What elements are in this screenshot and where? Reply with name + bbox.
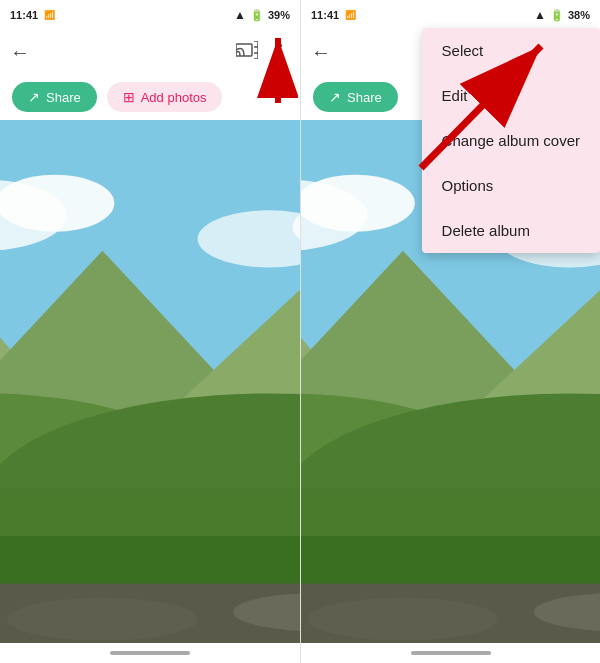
share-button-left[interactable]: ↗ Share	[12, 82, 97, 112]
share-icon-left: ↗	[28, 89, 40, 105]
cast-icon[interactable]	[236, 41, 258, 64]
back-button-right[interactable]: ←	[311, 41, 331, 64]
dropdown-edit[interactable]: Edit	[422, 73, 600, 118]
dropdown-select[interactable]: Select	[422, 28, 600, 73]
add-photos-button[interactable]: ⊞ Add photos	[107, 82, 223, 112]
status-bar-right: 11:41 📶 ▲ 🔋 38%	[301, 0, 600, 28]
svg-point-23	[7, 598, 197, 641]
signal-icons-right: 📶	[345, 10, 356, 20]
share-icon-right: ↗	[329, 89, 341, 105]
wifi-icon-left: ▲	[234, 8, 246, 22]
battery-icon-left: 🔋	[250, 9, 264, 22]
status-bar-left: 11:41 📶 ▲ 🔋 39%	[0, 0, 300, 28]
screens-container: 11:41 📶 ▲ 🔋 39% ←	[0, 0, 600, 663]
more-button-left[interactable]: ⋮	[270, 40, 290, 64]
battery-pct-right: 38%	[568, 9, 590, 21]
battery-icon-right: 🔋	[550, 9, 564, 22]
back-button-left[interactable]: ←	[10, 41, 30, 64]
add-photos-icon: ⊞	[123, 89, 135, 105]
battery-right: ▲ 🔋 38%	[534, 8, 590, 22]
dropdown-options[interactable]: Options	[422, 163, 600, 208]
battery-pct-left: 39%	[268, 9, 290, 21]
left-screen: 11:41 📶 ▲ 🔋 39% ←	[0, 0, 300, 663]
svg-point-7	[0, 175, 114, 232]
bottom-bar-left	[0, 643, 300, 663]
svg-point-43	[308, 598, 498, 641]
dropdown-menu: Select Edit Change album cover Options D…	[422, 28, 600, 253]
toolbar-actions-left: ⋮	[236, 40, 290, 64]
mountain-photo-left	[0, 120, 300, 643]
svg-point-27	[301, 175, 415, 232]
dropdown-delete-album[interactable]: Delete album	[422, 208, 600, 253]
wifi-icon-right: ▲	[534, 8, 546, 22]
photo-area-left	[0, 120, 300, 643]
share-label-right: Share	[347, 90, 382, 105]
dropdown-change-album-cover[interactable]: Change album cover	[422, 118, 600, 163]
action-row-left: ↗ Share ⊞ Add photos	[0, 76, 300, 120]
add-photos-label: Add photos	[141, 90, 207, 105]
time-right: 11:41 📶	[311, 9, 356, 21]
bottom-bar-right	[301, 643, 600, 663]
nav-pill-right	[411, 651, 491, 655]
time-left: 11:41 📶	[10, 9, 55, 21]
battery-left: ▲ 🔋 39%	[234, 8, 290, 22]
nav-pill-left	[110, 651, 190, 655]
share-label-left: Share	[46, 90, 81, 105]
time-display-left: 11:41	[10, 9, 38, 21]
share-button-right[interactable]: ↗ Share	[313, 82, 398, 112]
right-screen: 11:41 📶 ▲ 🔋 38% ← ⊞ ⋮ ↗ Share	[300, 0, 600, 663]
time-display-right: 11:41	[311, 9, 339, 21]
signal-icons-left: 📶	[44, 10, 55, 20]
toolbar-left: ← ⋮	[0, 28, 300, 76]
